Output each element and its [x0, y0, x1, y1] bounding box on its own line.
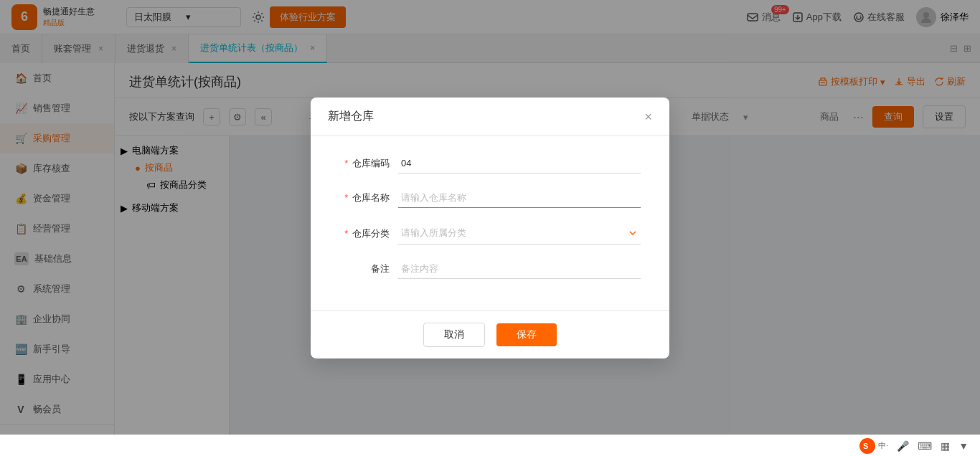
- category-chevron-icon: [628, 228, 638, 238]
- required-mark-code: *: [344, 158, 348, 168]
- add-warehouse-modal: 新增仓库 × * 仓库编码 * 仓库名称: [311, 98, 669, 358]
- form-row-category: * 仓库分类 请输入所属分类: [339, 222, 641, 244]
- modal-title: 新增仓库: [328, 109, 374, 124]
- modal-overlay: 新增仓库 × * 仓库编码 * 仓库名称: [0, 0, 980, 456]
- warehouse-code-input[interactable]: [398, 153, 641, 174]
- status-s-icon: S 中·: [859, 438, 888, 454]
- form-row-code: * 仓库编码: [339, 153, 641, 174]
- bottom-more-icon[interactable]: ▼: [958, 440, 969, 452]
- modal-footer: 取消 保存: [311, 310, 669, 358]
- bottom-keyboard-icon[interactable]: ⌨: [918, 440, 932, 452]
- bottom-layout-icon[interactable]: ▦: [941, 440, 950, 452]
- s-brand-icon: S: [859, 438, 875, 454]
- required-mark-name: *: [344, 192, 348, 203]
- code-label: * 仓库编码: [339, 157, 390, 170]
- remark-label: 备注: [339, 262, 390, 275]
- svg-text:S: S: [863, 442, 868, 450]
- form-row-remark: 备注: [339, 259, 641, 279]
- warehouse-remark-input[interactable]: [398, 259, 641, 279]
- form-row-name: * 仓库名称: [339, 188, 641, 208]
- name-label: * 仓库名称: [339, 191, 390, 204]
- modal-close-btn[interactable]: ×: [644, 110, 652, 123]
- warehouse-category-select[interactable]: 请输入所属分类: [398, 222, 641, 244]
- bottom-label-zh: 中·: [878, 440, 888, 451]
- status-bar: S 中· 🎤 ⌨ ▦ ▼: [0, 434, 980, 456]
- warehouse-name-input[interactable]: [398, 188, 641, 208]
- category-label: * 仓库分类: [339, 227, 390, 240]
- save-button[interactable]: 保存: [496, 323, 557, 346]
- cancel-button[interactable]: 取消: [423, 323, 485, 347]
- required-mark-category: *: [344, 228, 348, 239]
- modal-header: 新增仓库 ×: [311, 98, 669, 136]
- bottom-mic-icon[interactable]: 🎤: [897, 440, 909, 452]
- modal-body: * 仓库编码 * 仓库名称 * 仓库分类 请输入所属: [311, 136, 669, 310]
